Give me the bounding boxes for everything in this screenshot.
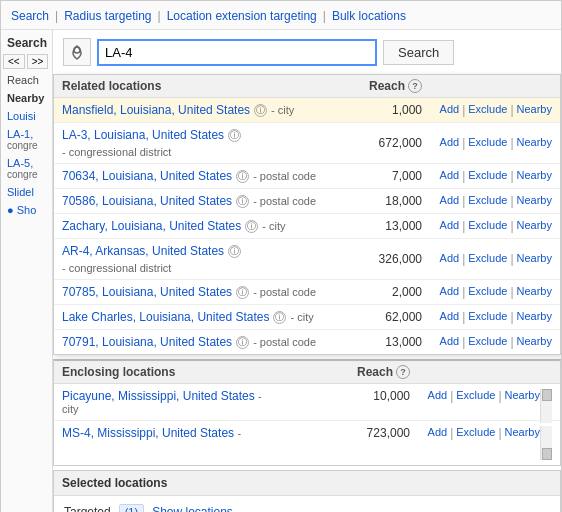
row-1-link[interactable]: LA-3, Louisiana, United States bbox=[62, 128, 224, 142]
row-5-info-icon[interactable]: ⓘ bbox=[228, 245, 241, 258]
row-4-link[interactable]: Zachary, Louisiana, United States bbox=[62, 219, 241, 233]
left-item-1-link[interactable]: LA-1, bbox=[7, 128, 33, 140]
dropdown-row-4[interactable]: Zachary, Louisiana, United States ⓘ - ci… bbox=[54, 214, 560, 239]
row-7-add[interactable]: Add bbox=[440, 310, 460, 324]
enclosing-row-1-nearby[interactable]: Nearby bbox=[505, 426, 540, 438]
row-8-actions: Add | Exclude | Nearby bbox=[422, 335, 552, 349]
enclosing-row-0-add[interactable]: Add bbox=[428, 389, 448, 401]
row-2-add[interactable]: Add bbox=[440, 169, 460, 183]
row-0-exclude[interactable]: Exclude bbox=[468, 103, 507, 117]
row-5-add[interactable]: Add bbox=[440, 252, 460, 266]
nav-prev-btn[interactable]: << bbox=[3, 54, 25, 69]
left-item-2-link[interactable]: LA-5, bbox=[7, 157, 33, 169]
row-3-link[interactable]: 70586, Louisiana, United States bbox=[62, 194, 232, 208]
row-5-nearby[interactable]: Nearby bbox=[517, 252, 552, 266]
enclosing-row-0-link[interactable]: Picayune, Mississippi, United States bbox=[62, 389, 255, 403]
dropdown-row-7[interactable]: Lake Charles, Louisiana, United States ⓘ… bbox=[54, 305, 560, 330]
left-panel: Search << >> Reach Nearby Louisi LA-1, c… bbox=[1, 30, 53, 512]
row-6-nearby[interactable]: Nearby bbox=[517, 285, 552, 299]
nav-next-btn[interactable]: >> bbox=[27, 54, 49, 69]
row-3-exclude[interactable]: Exclude bbox=[468, 194, 507, 208]
search-area: Search bbox=[53, 30, 561, 74]
row-7-exclude[interactable]: Exclude bbox=[468, 310, 507, 324]
row-7-actions: Add | Exclude | Nearby bbox=[422, 310, 552, 324]
row-3-nearby[interactable]: Nearby bbox=[517, 194, 552, 208]
reach-label: Reach bbox=[369, 79, 405, 93]
enclosing-row-1[interactable]: MS-4, Mississippi, United States - 723,0… bbox=[54, 421, 560, 465]
row-0-nearby[interactable]: Nearby bbox=[517, 103, 552, 117]
enclosing-row-0[interactable]: Picayune, Mississippi, United States - c… bbox=[54, 384, 560, 421]
nav-radius[interactable]: Radius targeting bbox=[64, 9, 151, 23]
row-0-info-icon[interactable]: ⓘ bbox=[254, 104, 267, 117]
nav-search[interactable]: Search bbox=[11, 9, 49, 23]
row-1-location: LA-3, Louisiana, United States ⓘ - congr… bbox=[62, 128, 332, 158]
left-item-0: Louisi bbox=[3, 108, 50, 124]
search-input[interactable] bbox=[97, 39, 377, 66]
dropdown-row-3[interactable]: 70586, Louisiana, United States ⓘ - post… bbox=[54, 189, 560, 214]
left-item-3-link[interactable]: Slidel bbox=[7, 186, 34, 198]
search-button[interactable]: Search bbox=[383, 40, 454, 65]
row-8-info-icon[interactable]: ⓘ bbox=[236, 336, 249, 349]
row-4-nearby[interactable]: Nearby bbox=[517, 219, 552, 233]
scrollbar-thumb[interactable] bbox=[542, 389, 552, 401]
row-6-info-icon[interactable]: ⓘ bbox=[236, 286, 249, 299]
row-4-add[interactable]: Add bbox=[440, 219, 460, 233]
row-6-add[interactable]: Add bbox=[440, 285, 460, 299]
dropdown-row-5[interactable]: AR-4, Arkansas, United States ⓘ - congre… bbox=[54, 239, 560, 280]
row-2-nearby[interactable]: Nearby bbox=[517, 169, 552, 183]
enclosing-reach-help-icon[interactable]: ? bbox=[396, 365, 410, 379]
row-5-exclude[interactable]: Exclude bbox=[468, 252, 507, 266]
dropdown-location-header: Related locations bbox=[62, 79, 332, 93]
row-2-type: - postal code bbox=[253, 170, 316, 182]
row-1-info-icon[interactable]: ⓘ bbox=[228, 129, 241, 142]
row-6-link[interactable]: 70785, Louisiana, United States bbox=[62, 285, 232, 299]
row-5-type: - congressional district bbox=[62, 262, 171, 274]
left-show-btn[interactable]: ● Sho bbox=[3, 202, 50, 218]
search-icon-box[interactable] bbox=[63, 38, 91, 66]
top-nav: Search | Radius targeting | Location ext… bbox=[1, 1, 561, 30]
dropdown-row-0[interactable]: Mansfield, Louisiana, United States ⓘ - … bbox=[54, 98, 560, 123]
row-3-add[interactable]: Add bbox=[440, 194, 460, 208]
dropdown-row-2[interactable]: 70634, Louisiana, United States ⓘ - post… bbox=[54, 164, 560, 189]
enclosing-row-1-add[interactable]: Add bbox=[428, 426, 448, 438]
nav-location-ext[interactable]: Location extension targeting bbox=[167, 9, 317, 23]
location-icon bbox=[69, 44, 85, 60]
row-8-add[interactable]: Add bbox=[440, 335, 460, 349]
row-0-add[interactable]: Add bbox=[440, 103, 460, 117]
row-2-info-icon[interactable]: ⓘ bbox=[236, 170, 249, 183]
left-item-0-link[interactable]: Louisi bbox=[7, 110, 36, 122]
row-7-info-icon[interactable]: ⓘ bbox=[273, 311, 286, 324]
row-1-exclude[interactable]: Exclude bbox=[468, 136, 507, 150]
nav-bulk[interactable]: Bulk locations bbox=[332, 9, 406, 23]
row-8-nearby[interactable]: Nearby bbox=[517, 335, 552, 349]
row-7-link[interactable]: Lake Charles, Louisiana, United States bbox=[62, 310, 269, 324]
left-item-3: Slidel bbox=[3, 184, 50, 200]
reach-help-icon[interactable]: ? bbox=[408, 79, 422, 93]
row-8-link[interactable]: 70791, Louisiana, United States bbox=[62, 335, 232, 349]
dropdown-row-6[interactable]: 70785, Louisiana, United States ⓘ - post… bbox=[54, 280, 560, 305]
dropdown-row-8[interactable]: 70791, Louisiana, United States ⓘ - post… bbox=[54, 330, 560, 354]
row-2-link[interactable]: 70634, Louisiana, United States bbox=[62, 169, 232, 183]
row-1-nearby[interactable]: Nearby bbox=[517, 136, 552, 150]
dropdown-row-1[interactable]: LA-3, Louisiana, United States ⓘ - congr… bbox=[54, 123, 560, 164]
row-2-exclude[interactable]: Exclude bbox=[468, 169, 507, 183]
enclosing-row-0-nearby[interactable]: Nearby bbox=[505, 389, 540, 401]
show-locations-link[interactable]: Show locations bbox=[152, 505, 233, 512]
enclosing-row-0-exclude[interactable]: Exclude bbox=[456, 389, 495, 401]
row-0-actions: Add | Exclude | Nearby bbox=[422, 103, 552, 117]
row-3-info-icon[interactable]: ⓘ bbox=[236, 195, 249, 208]
enclosing-row-1-exclude[interactable]: Exclude bbox=[456, 426, 495, 438]
row-8-exclude[interactable]: Exclude bbox=[468, 335, 507, 349]
row-5-link[interactable]: AR-4, Arkansas, United States bbox=[62, 244, 224, 258]
row-6-exclude[interactable]: Exclude bbox=[468, 285, 507, 299]
row-5-location: AR-4, Arkansas, United States ⓘ - congre… bbox=[62, 244, 332, 274]
row-3-location: 70586, Louisiana, United States ⓘ - post… bbox=[62, 194, 332, 208]
row-4-info-icon[interactable]: ⓘ bbox=[245, 220, 258, 233]
row-0-link[interactable]: Mansfield, Louisiana, United States bbox=[62, 103, 250, 117]
enclosing-row-1-link[interactable]: MS-4, Mississippi, United States bbox=[62, 426, 234, 440]
row-7-nearby[interactable]: Nearby bbox=[517, 310, 552, 324]
enclosing-reach-label: Reach bbox=[357, 365, 393, 379]
row-4-exclude[interactable]: Exclude bbox=[468, 219, 507, 233]
scrollbar-thumb-bottom[interactable] bbox=[542, 448, 552, 460]
row-1-add[interactable]: Add bbox=[440, 136, 460, 150]
